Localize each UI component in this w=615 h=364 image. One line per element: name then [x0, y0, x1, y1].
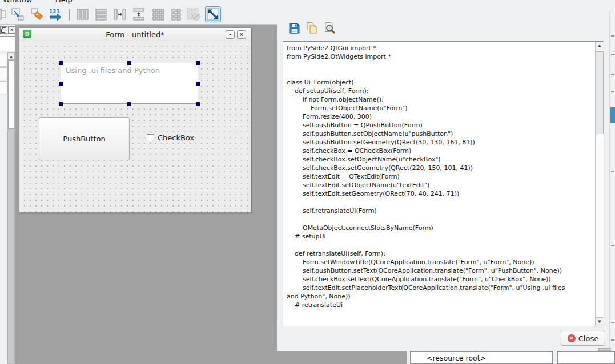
selection-handle-bottom-center[interactable]	[127, 102, 131, 106]
menu-window[interactable]: Window	[3, 0, 32, 4]
form-minimize-button[interactable]: -	[226, 30, 235, 39]
form-canvas[interactable]: Using .ui files and Python PushButton Ch…	[19, 41, 251, 212]
selection-handle-mid-right[interactable]	[196, 82, 200, 86]
selection-handle-top-right[interactable]	[196, 61, 200, 65]
widget-box-category-row[interactable]	[0, 54, 7, 67]
svg-text:123: 123	[49, 9, 60, 14]
generated-code-view[interactable]: from PySide2.QtGui import * from PySide2…	[283, 41, 604, 326]
selection-handle-top-center[interactable]	[127, 61, 131, 65]
find-button[interactable]	[322, 21, 337, 35]
break-layout-icon[interactable]	[186, 6, 202, 22]
code-scrollbar[interactable]: ▲ ▼	[595, 42, 604, 326]
code-preview-dialog: from PySide2.QtGui import * from PySide2…	[277, 11, 609, 351]
widget-box-scrollbar[interactable]: ▲	[7, 52, 15, 364]
dock-close-button[interactable]: ✕	[8, 26, 15, 34]
widget-box-dock: ✕ ▲	[0, 25, 15, 364]
layout-horizontal-splitter-icon[interactable]	[112, 6, 128, 22]
widget-box-scrollbar-thumb[interactable]	[8, 60, 14, 129]
save-button[interactable]	[287, 21, 302, 35]
resource-root-item[interactable]: <resource root>	[427, 354, 486, 362]
edit-buddies-icon[interactable]	[29, 6, 45, 22]
pushbutton-widget[interactable]: PushButton	[39, 117, 130, 160]
selection-handle-top-left[interactable]	[59, 61, 63, 65]
form-editor-window: D Form - untitled* - ✕ Using .ui files a…	[19, 27, 251, 213]
restore-icon	[1, 27, 6, 33]
edge-tick	[611, 171, 614, 172]
edge-scrollbar-thumb[interactable]	[610, 107, 615, 123]
form-close-button[interactable]: ✕	[237, 30, 246, 39]
edit-tab-order-icon[interactable]: 123	[47, 6, 63, 22]
checkbox-label: CheckBox	[158, 134, 194, 142]
form-window-titlebar[interactable]: D Form - untitled* - ✕	[19, 28, 251, 41]
resource-detail-panel	[557, 351, 615, 364]
edge-tick	[611, 74, 614, 75]
code-scrollbar-thumb[interactable]	[596, 51, 604, 134]
layout-vertical-splitter-icon[interactable]	[131, 6, 147, 22]
menu-help[interactable]: Help	[55, 0, 73, 4]
textedit-widget[interactable]: Using .ui files and Python	[61, 63, 198, 104]
close-icon: ✕	[10, 27, 14, 33]
edit-widgets-icon[interactable]	[0, 6, 8, 22]
edge-tick	[611, 91, 614, 92]
layout-grid-icon[interactable]	[150, 6, 166, 22]
selection-handle-bottom-right[interactable]	[196, 102, 200, 106]
checkbox-widget[interactable]: CheckBox	[147, 134, 194, 142]
close-button-label: Close	[578, 334, 598, 343]
widget-box-category-row[interactable]	[0, 67, 7, 80]
textedit-placeholder: Using .ui files and Python	[66, 66, 160, 75]
copy-button[interactable]	[304, 21, 319, 35]
form-window-title: Form - untitled*	[19, 30, 251, 39]
resource-browser-dock: <resource root>	[407, 348, 615, 364]
close-button[interactable]: ✕ Close	[561, 331, 605, 346]
scroll-down-icon[interactable]: ▼	[596, 317, 604, 326]
find-icon	[323, 22, 336, 34]
widget-box-category-row[interactable]	[0, 81, 7, 94]
menubar: Window Help	[0, 0, 615, 5]
layout-form-icon[interactable]	[168, 6, 184, 22]
copy-icon	[306, 22, 318, 34]
save-icon	[288, 22, 300, 34]
checkbox-indicator[interactable]	[147, 134, 154, 141]
resource-tree-panel: <resource root>	[410, 351, 553, 364]
generated-python-code[interactable]: from PySide2.QtGui import * from PySide2…	[287, 44, 593, 309]
close-red-icon: ✕	[568, 334, 576, 342]
edge-tick	[611, 322, 614, 323]
layout-horizontally-icon[interactable]	[74, 6, 90, 22]
scroll-up-icon[interactable]: ▲	[596, 42, 604, 50]
selection-handle-mid-left[interactable]	[59, 82, 63, 86]
designer-form-icon: D	[23, 30, 31, 38]
selection-handle-bottom-left[interactable]	[59, 102, 63, 106]
scroll-up-icon[interactable]: ▲	[8, 53, 14, 60]
edge-tick	[611, 339, 614, 341]
edge-tick	[611, 35, 614, 37]
edge-tick	[611, 54, 614, 55]
dock-splitter-handle[interactable]	[598, 348, 611, 351]
edit-signals-slots-icon[interactable]	[10, 6, 26, 22]
edge-tick	[611, 245, 614, 246]
layout-vertically-icon[interactable]	[93, 6, 109, 22]
dock-float-button[interactable]	[0, 26, 7, 34]
right-edge-panel	[609, 11, 615, 364]
adjust-size-icon[interactable]	[205, 6, 221, 22]
toolbar-separator	[69, 9, 70, 21]
